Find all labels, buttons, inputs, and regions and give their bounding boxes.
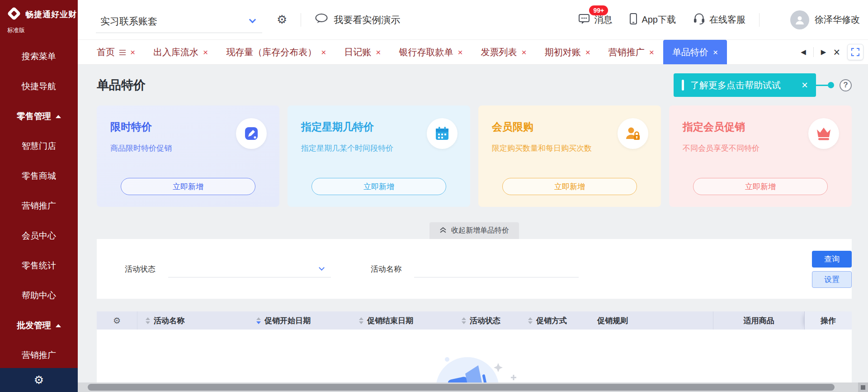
fullscreen-button[interactable] (847, 44, 863, 60)
tab-close-icon[interactable]: × (130, 48, 135, 57)
filter-panel: 活动状态 活动名称 查询 设置 (97, 239, 852, 299)
message-count-badge: 99+ (589, 5, 608, 15)
logo-block[interactable]: 畅捷通好业财 标准版 (0, 0, 78, 40)
promo-card-member-limit: 会员限购 限定购买数量和每日购买次数 立即新增 (478, 105, 661, 207)
chevron-down-icon (249, 16, 256, 23)
banner-close-icon[interactable]: × (802, 80, 808, 91)
tab-scroll-right-button[interactable]: ▶ (821, 48, 826, 56)
avatar[interactable] (790, 10, 809, 29)
demo-link[interactable]: 我要看实例演示 (315, 13, 400, 26)
messages-label: 消息 (594, 14, 612, 26)
sidebar-section-retail[interactable]: 零售管理 (0, 101, 78, 131)
tab-close-icon[interactable]: × (203, 48, 208, 57)
query-button[interactable]: 查询 (812, 251, 852, 268)
activity-name-label: 活动名称 (371, 264, 401, 274)
table-header: ⚙ 活动名称 促销开始日期 促销结束日期 活动状态 促销方式 (97, 311, 852, 330)
app-download-button[interactable]: App下载 (629, 13, 676, 27)
settings-button[interactable]: 设置 (812, 271, 852, 288)
activity-name-input[interactable] (414, 260, 579, 277)
column-header-actions: 操作 (804, 311, 852, 330)
column-label: 促销规则 (597, 316, 628, 326)
tab-stock-distribution[interactable]: 现存量（库存分布表） × (217, 40, 335, 64)
column-label: 操作 (821, 316, 836, 326)
add-member-promo-button[interactable]: 立即新增 (693, 178, 828, 195)
tab-marketing-promo[interactable]: 营销推广 × (599, 40, 663, 64)
divider (301, 13, 301, 27)
add-weekday-special-button[interactable]: 立即新增 (311, 178, 446, 195)
logo-row: 畅捷通好业财 (6, 6, 73, 23)
sidebar-item-search-menu[interactable]: 搜索菜单 (0, 42, 78, 72)
sidebar-footer: ⚙ (0, 368, 78, 392)
column-header-activity-name[interactable]: 活动名称 (137, 311, 248, 330)
tab-initial-reconciliation[interactable]: 期初对账 × (536, 40, 599, 64)
tab-close-icon[interactable]: × (522, 48, 527, 57)
tab-menu-icon[interactable] (119, 47, 126, 57)
sidebar-item-member-center[interactable]: 会员中心 (0, 221, 78, 251)
filter-buttons: 查询 设置 (812, 251, 852, 288)
column-label: 促销方式 (536, 316, 567, 326)
tab-close-icon[interactable]: × (585, 48, 590, 57)
column-header-promo-rule: 促销规则 (589, 311, 713, 330)
sidebar-section-wholesale[interactable]: 批发管理 (0, 311, 78, 340)
collapse-triangle-icon (56, 324, 61, 327)
collapse-triangle-icon (56, 115, 61, 118)
sidebar-item-quick-nav[interactable]: 快捷导航 (0, 72, 78, 101)
account-settings-gear-icon[interactable]: ⚙ (277, 13, 287, 27)
sidebar-item-wholesale-marketing[interactable]: 营销推广 (0, 340, 78, 370)
tab-close-icon[interactable]: × (713, 48, 718, 57)
column-header-promo-end-date[interactable]: 促销结束日期 (351, 311, 453, 330)
crown-icon (808, 118, 839, 149)
app-download-label: App下载 (642, 14, 676, 26)
tab-close-icon[interactable]: × (649, 48, 654, 57)
account-set-select[interactable]: 实习联系账套 (96, 10, 262, 33)
column-header-promo-method[interactable]: 促销方式 (520, 311, 589, 330)
column-label: 活动状态 (470, 316, 500, 326)
help-banner[interactable]: 了解更多点击帮助试试 × (674, 73, 816, 97)
column-header-promo-start-date[interactable]: 促销开始日期 (248, 311, 351, 330)
tab-bank-deposit[interactable]: 银行存取款单 × (390, 40, 472, 64)
column-header-activity-status[interactable]: 活动状态 (453, 311, 520, 330)
table-body-empty (97, 330, 852, 384)
tab-home[interactable]: 首页 × (88, 40, 144, 64)
username[interactable]: 徐泽华修改 (815, 14, 860, 26)
tab-single-item-special[interactable]: 单品特价 × (663, 40, 727, 64)
scrollbar-corner (858, 382, 868, 392)
horizontal-scrollbar[interactable] (78, 382, 868, 392)
sidebar-settings-gear-icon[interactable]: ⚙ (34, 373, 44, 387)
online-service-button[interactable]: 在线客服 (693, 13, 745, 27)
sort-carets-icon (528, 317, 533, 324)
message-icon (578, 13, 590, 27)
activity-status-select[interactable] (168, 260, 331, 277)
tab-close-icon[interactable]: × (376, 48, 381, 57)
tab-inout-flow[interactable]: 出入库流水 × (144, 40, 217, 64)
promo-card-weekday-special: 指定星期几特价 指定星期几某个时间段特价 立即新增 (288, 105, 470, 207)
sidebar-item-retail-stats[interactable]: 零售统计 (0, 251, 78, 281)
messages-button[interactable]: 99+ 消息 (578, 13, 612, 27)
page-title: 单品特价 (97, 77, 146, 93)
tab-scroll-left-button[interactable]: ◀ (801, 48, 806, 56)
sidebar-item-marketing[interactable]: 营销推广 (0, 191, 78, 221)
banner-connector (816, 85, 828, 86)
tab-journal[interactable]: 日记账 × (335, 40, 390, 64)
tab-invoice-list[interactable]: 发票列表 × (472, 40, 536, 64)
close-all-tabs-button[interactable]: × (833, 47, 840, 58)
headset-icon (693, 13, 705, 27)
sidebar-item-label: 营销推广 (22, 200, 56, 212)
table-column-settings-gear[interactable]: ⚙ (97, 311, 137, 330)
tab-close-icon[interactable]: × (321, 48, 326, 57)
add-member-limit-button[interactable]: 立即新增 (502, 178, 637, 195)
tabbar: 首页 × 出入库流水 × 现存量（库存分布表） × 日记账 × 银行存取款单 ×… (78, 40, 868, 65)
sidebar-item-help-center[interactable]: 帮助中心 (0, 281, 78, 311)
sidebar-item-smart-store[interactable]: 智慧门店 (0, 131, 78, 161)
sidebar-menu: 搜索菜单 快捷导航 零售管理 智慧门店 零售商城 营销推广 会员中心 零售统计 … (0, 40, 78, 370)
sidebar-item-retail-mall[interactable]: 零售商城 (0, 161, 78, 191)
topbar: 实习联系账套 ⚙ 我要看实例演示 99+ 消息 App下载 (78, 0, 868, 40)
chevron-down-icon (319, 265, 325, 271)
tab-controls: ◀ ▶ × (801, 40, 868, 64)
help-question-button[interactable]: ? (840, 79, 852, 91)
tab-close-icon[interactable]: × (458, 48, 462, 57)
collapse-new-promo-toggle[interactable]: 收起新增单品特价 (429, 222, 519, 239)
add-limited-time-button[interactable]: 立即新增 (121, 178, 255, 195)
scrollbar-thumb[interactable] (88, 384, 835, 391)
banner-dot (828, 82, 834, 88)
